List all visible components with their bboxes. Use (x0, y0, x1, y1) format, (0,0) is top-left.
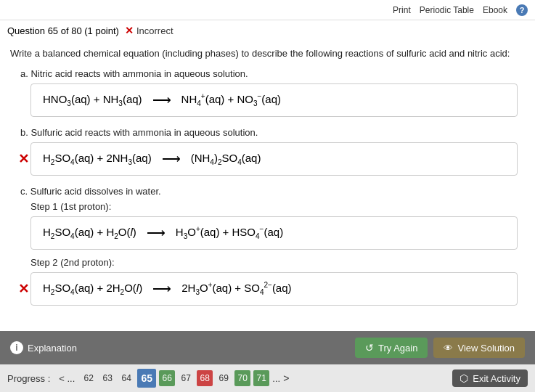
view-solution-button[interactable]: 👁 View Solution (433, 338, 525, 358)
step1-label: Step 1 (1st proton): (30, 201, 525, 212)
progress-bar: Progress : < ... 62 63 64 65 66 67 68 69… (0, 364, 535, 392)
explanation-label: Explanation (28, 343, 77, 354)
incorrect-label: ✕ Incorrect (125, 25, 173, 36)
periodic-table-link[interactable]: Periodic Table (420, 5, 474, 15)
prog-num-71[interactable]: 71 (253, 370, 269, 386)
top-bar-links: Print Periodic Table Ebook ? (393, 4, 528, 16)
progress-next-arrow[interactable]: > (283, 372, 289, 384)
eq-a-right: NH4+(aq) + NO3−(aq) (181, 92, 281, 107)
step2-label: Step 2 (2nd proton): (30, 257, 525, 268)
top-bar: Print Periodic Table Ebook ? (0, 0, 535, 20)
question-info: Question 65 of 80 (1 point) (7, 25, 119, 36)
equation-content-c2: H2SO4(aq) + 2H2O(l) ⟶ 2H3O+(aq) + SO42−(… (43, 281, 292, 297)
info-icon: i (10, 341, 23, 354)
view-solution-label: View Solution (457, 343, 515, 354)
equation-content-b: H2SO4(aq) + 2NH3(aq) ⟶ (NH4)2SO4(aq) (43, 151, 261, 167)
print-link[interactable]: Print (393, 5, 411, 15)
progress-prev-button[interactable]: < ... (57, 373, 76, 384)
eq-c1-left: H2SO4(aq) + H2O(l) (43, 226, 136, 240)
eq-c2-right: 2H3O+(aq) + SO42−(aq) (181, 281, 291, 296)
prog-num-68[interactable]: 68 (197, 370, 213, 386)
equation-box-c1: H2SO4(aq) + H2O(l) ⟶ H3O+(aq) + HSO4−(aq… (30, 216, 518, 250)
question-header: Question 65 of 80 (1 point) ✕ Incorrect (0, 20, 535, 41)
incorrect-mark-b: ✕ (18, 151, 29, 167)
prog-num-66[interactable]: 66 (159, 370, 175, 386)
incorrect-mark-c2: ✕ (18, 281, 29, 297)
ebook-link[interactable]: Ebook (483, 5, 507, 15)
eq-a-left: HNO3(aq) + NH3(aq) (43, 93, 142, 107)
try-again-label: Try Again (378, 343, 417, 354)
progress-label: Progress : (7, 373, 50, 384)
prog-num-69[interactable]: 69 (216, 370, 232, 386)
progress-dots: ... (272, 373, 280, 384)
eq-c1-arrow: ⟶ (147, 225, 166, 241)
progress-numbers: 62 63 64 65 66 67 68 69 70 71 ... > (81, 369, 289, 388)
equation-content-c1: H2SO4(aq) + H2O(l) ⟶ H3O+(aq) + HSO4−(aq… (43, 225, 283, 241)
equation-box-b: ✕ H2SO4(aq) + 2NH3(aq) ⟶ (NH4)2SO4(aq) (30, 142, 518, 176)
exit-label: Exit Activity (473, 373, 520, 384)
question-text: Write a balanced chemical equation (incl… (10, 46, 525, 61)
prog-num-67[interactable]: 67 (178, 370, 194, 386)
prog-num-70[interactable]: 70 (234, 370, 250, 386)
bottom-bar: i Explanation ↺ Try Again 👁 View Solutio… (0, 331, 535, 364)
eq-c2-left: H2SO4(aq) + 2H2O(l) (43, 282, 142, 296)
subquestion-a: a. Nitric acid reacts with ammonia in aq… (10, 68, 525, 117)
action-buttons: ↺ Try Again 👁 View Solution (355, 338, 525, 358)
help-icon[interactable]: ? (516, 4, 528, 16)
subquestion-b-label: b. Sulfuric acid reacts with ammonia in … (20, 127, 525, 138)
try-again-button[interactable]: ↺ Try Again (355, 338, 428, 358)
equation-box-a: HNO3(aq) + NH3(aq) ⟶ NH4+(aq) + NO3−(aq) (30, 83, 518, 117)
exit-button[interactable]: ⬡ Exit Activity (452, 369, 528, 387)
subquestion-c-label: c. Sulfuric acid dissolves in water. (20, 186, 525, 197)
eq-b-right: (NH4)2SO4(aq) (191, 152, 261, 166)
eq-a-arrow: ⟶ (152, 92, 171, 108)
incorrect-x-icon: ✕ (125, 25, 134, 36)
status-text: Incorrect (136, 25, 173, 36)
prog-num-62[interactable]: 62 (81, 370, 97, 386)
eq-b-arrow: ⟶ (162, 151, 181, 167)
eq-c1-right: H3O+(aq) + HSO4−(aq) (176, 225, 283, 240)
content-area: Write a balanced chemical equation (incl… (0, 41, 535, 331)
equation-content-a: HNO3(aq) + NH3(aq) ⟶ NH4+(aq) + NO3−(aq) (43, 92, 281, 108)
subquestion-c: c. Sulfuric acid dissolves in water. Ste… (10, 186, 525, 306)
eq-c2-arrow: ⟶ (152, 281, 171, 297)
prog-num-64[interactable]: 64 (118, 370, 134, 386)
exit-icon: ⬡ (460, 372, 468, 384)
refresh-icon: ↺ (365, 342, 374, 354)
prog-num-63[interactable]: 63 (99, 370, 115, 386)
explanation-button[interactable]: i Explanation (10, 341, 77, 354)
subquestion-b: b. Sulfuric acid reacts with ammonia in … (10, 127, 525, 176)
prog-num-65[interactable]: 65 (137, 369, 156, 388)
subquestion-a-label: a. Nitric acid reacts with ammonia in aq… (20, 68, 525, 79)
eq-b-left: H2SO4(aq) + 2NH3(aq) (43, 152, 152, 166)
eye-icon: 👁 (444, 343, 453, 354)
equation-box-c2: ✕ H2SO4(aq) + 2H2O(l) ⟶ 2H3O+(aq) + SO42… (30, 272, 518, 306)
